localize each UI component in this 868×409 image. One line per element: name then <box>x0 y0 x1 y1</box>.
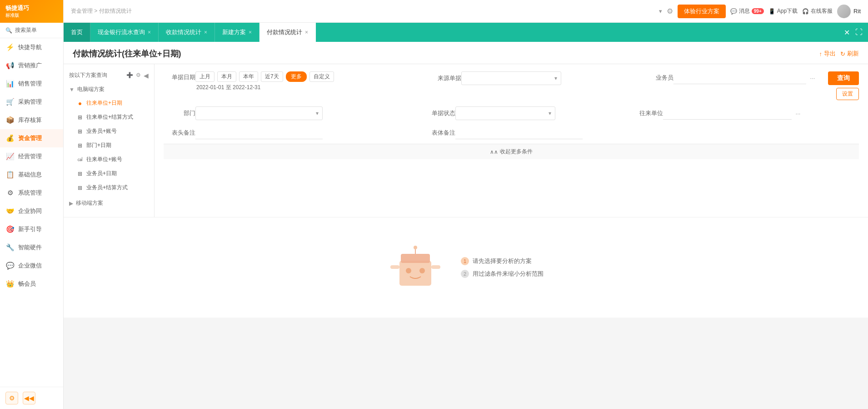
dropdown-btn[interactable]: ▾ <box>659 8 662 15</box>
sidebar-item-marketing[interactable]: 📢 营销推广 <box>0 56 63 75</box>
hardware-icon: 🔧 <box>5 243 15 252</box>
related-unit-input[interactable] <box>663 107 792 120</box>
export-btn[interactable]: ↑ 导出 <box>819 50 836 58</box>
filter-area: 单据日期 上月 本月 本年 近7天 更多 自定义 20 <box>155 64 868 217</box>
table-icon-4: ⊞ <box>76 170 84 177</box>
sidebar-collapse-btn[interactable]: ◀◀ <box>23 392 35 404</box>
empty-hint-1: 1 请先选择要分析的方案 <box>461 257 544 265</box>
source-select[interactable]: ▾ <box>461 71 561 85</box>
sidebar: 畅捷通巧 标准版 🔍 搜索菜单 ⚡ 快捷导航 📢 营销推广 📊 销售管理 🛒 采… <box>0 0 64 409</box>
last-month-btn[interactable]: 上月 <box>195 71 215 82</box>
header-note-input[interactable] <box>195 126 323 139</box>
body-note-input[interactable] <box>455 126 583 139</box>
page-header: 付款情况统计(往来单位+日期) ↑ 导出 ↻ 刷新 <box>64 42 868 64</box>
query-btn[interactable]: 查询 <box>828 71 859 85</box>
maximize-btn[interactable]: ⛶ <box>855 28 863 36</box>
message-badge: 99+ <box>752 8 764 14</box>
scheme-panel-icons: ➕ ⚙ ◀ <box>126 72 149 79</box>
bank-tab-close[interactable]: × <box>148 29 151 35</box>
tab-home[interactable]: 首页 <box>64 23 90 42</box>
scheme-item-staff-account[interactable]: ⊞ 业务员+账号 <box>64 124 154 138</box>
scheme-collapse-btn[interactable]: ◀ <box>144 72 149 79</box>
content-panel: 按以下方案查询 ➕ ⚙ ◀ ▼ 电脑端方案 ● <box>64 64 868 217</box>
sidebar-item-inventory[interactable]: 📦 库存核算 <box>0 111 63 129</box>
payment-tab-label: 付款情况统计 <box>267 28 302 36</box>
setting-btn[interactable]: 设置 <box>836 88 859 100</box>
custom-date-btn[interactable]: 自定义 <box>309 71 334 82</box>
scheme-item-dept-date[interactable]: ⊞ 部门+日期 <box>64 138 154 152</box>
sidebar-item-wechat[interactable]: 💬 企业微信 <box>0 257 63 275</box>
search-menu-btn[interactable]: 🔍 搜索菜单 <box>0 23 63 38</box>
related-unit-filter-group: 往来单位 ··· <box>631 107 804 120</box>
last-7days-btn[interactable]: 近7天 <box>261 71 283 82</box>
scheme-item-staff-settle[interactable]: ⊞ 业务员+结算方式 <box>64 181 154 195</box>
scheme-item-label: 往来单位+日期 <box>86 99 122 107</box>
staff-input[interactable] <box>673 71 806 84</box>
more-dates-btn[interactable]: 更多 <box>286 71 307 82</box>
sidebar-item-system[interactable]: ⚙ 系统管理 <box>0 184 63 202</box>
sidebar-item-basic[interactable]: 📋 基础信息 <box>0 166 63 184</box>
basic-icon: 📋 <box>5 170 15 179</box>
download-icon: 📱 <box>768 8 775 15</box>
app-download-label: App下载 <box>777 7 798 15</box>
sidebar-item-operation[interactable]: 📈 经营管理 <box>0 147 63 166</box>
scheme-settings-btn[interactable]: ⚙ <box>136 72 141 79</box>
close-all-tabs-btn[interactable]: ✕ <box>844 28 850 37</box>
tab-payment[interactable]: 付款情况统计 × <box>259 23 316 42</box>
this-year-btn[interactable]: 本年 <box>239 71 258 82</box>
tab-receipt[interactable]: 收款情况统计 × <box>159 23 215 42</box>
svg-rect-0 <box>399 261 431 286</box>
sidebar-item-label: 基础信息 <box>18 171 42 179</box>
receipt-tab-close[interactable]: × <box>204 29 207 35</box>
tab-new-scheme[interactable]: 新建方案 × <box>215 23 259 42</box>
svg-rect-7 <box>431 265 440 269</box>
mobile-scheme-group-header[interactable]: ▶ 移动端方案 <box>64 197 154 210</box>
tab-bank[interactable]: 现金银行流水查询 × <box>90 23 159 42</box>
sidebar-item-enterprise[interactable]: 🤝 企业协同 <box>0 202 63 220</box>
tab-bar: 首页 现金银行流水查询 × 收款情况统计 × 新建方案 × 付款情况统计 × ✕… <box>64 23 868 42</box>
trial-btn[interactable]: 体验行业方案 <box>678 5 726 18</box>
page-content: 付款情况统计(往来单位+日期) ↑ 导出 ↻ 刷新 <box>64 42 868 409</box>
mobile-scheme-group: ▶ 移动端方案 <box>64 197 154 210</box>
sidebar-settings-btn[interactable]: ⚙ <box>5 392 18 404</box>
message-btn[interactable]: 💬 消息 99+ <box>730 7 764 15</box>
dept-label: 部门 <box>164 109 195 117</box>
sidebar-item-member[interactable]: 👑 畅会员 <box>0 275 63 293</box>
sidebar-item-hardware[interactable]: 🔧 智能硬件 <box>0 238 63 257</box>
enterprise-icon: 🤝 <box>5 207 15 216</box>
operation-icon: 📈 <box>5 152 15 161</box>
scheme-item-unit-date[interactable]: ● 往来单位+日期 <box>64 96 154 110</box>
related-unit-dots-btn[interactable]: ··· <box>792 107 804 120</box>
doc-status-select[interactable]: ▾ <box>455 106 555 120</box>
new-scheme-tab-close[interactable]: × <box>249 29 252 35</box>
add-scheme-btn[interactable]: ➕ <box>126 72 133 79</box>
sidebar-item-quick-nav[interactable]: ⚡ 快捷导航 <box>0 38 63 56</box>
scheme-item-unit-settle[interactable]: ⊞ 往来单位+结算方式 <box>64 110 154 124</box>
scheme-panel-title: 按以下方案查询 <box>69 71 107 79</box>
sidebar-item-finance[interactable]: 💰 资金管理 <box>0 129 63 147</box>
sidebar-item-guide[interactable]: 🎯 新手引导 <box>0 220 63 238</box>
scheme-item-unit-account[interactable]: ㎈ 往来单位+账号 <box>64 152 154 167</box>
online-service-btn[interactable]: 🎧 在线客服 <box>802 7 833 15</box>
this-month-btn[interactable]: 本月 <box>217 71 236 82</box>
collapse-bar[interactable]: ∧∧ 收起更多条件 <box>164 144 859 159</box>
quick-nav-icon: ⚡ <box>5 43 15 52</box>
pc-scheme-group-header[interactable]: ▼ 电脑端方案 <box>64 83 154 96</box>
sidebar-item-sales[interactable]: 📊 销售管理 <box>0 75 63 93</box>
sidebar-item-purchase[interactable]: 🛒 采购管理 <box>0 93 63 111</box>
message-label: 消息 <box>739 7 750 15</box>
svg-point-2 <box>406 268 411 273</box>
dept-dropdown-icon: ▾ <box>316 110 319 116</box>
doc-status-label: 单据状态 <box>424 109 455 117</box>
scheme-item-staff-date[interactable]: ⊞ 业务员+日期 <box>64 167 154 181</box>
bank-tab-label: 现金银行流水查询 <box>98 28 145 36</box>
filter-row-2: 部门 ▾ 单据状态 ▾ <box>164 106 859 120</box>
refresh-btn[interactable]: ↻ 刷新 <box>840 50 859 58</box>
staff-dots-btn[interactable]: ··· <box>806 71 819 84</box>
settings-btn[interactable]: ⚙ <box>667 7 673 15</box>
app-download-btn[interactable]: 📱 App下载 <box>768 7 798 15</box>
user-menu[interactable]: Rit <box>837 5 861 18</box>
payment-tab-close[interactable]: × <box>305 29 308 35</box>
dept-select[interactable]: ▾ <box>195 106 323 120</box>
top-header: 资金管理 > 付款情况统计 ▾ ⚙ 体验行业方案 💬 消息 99+ 📱 App下… <box>64 0 868 23</box>
